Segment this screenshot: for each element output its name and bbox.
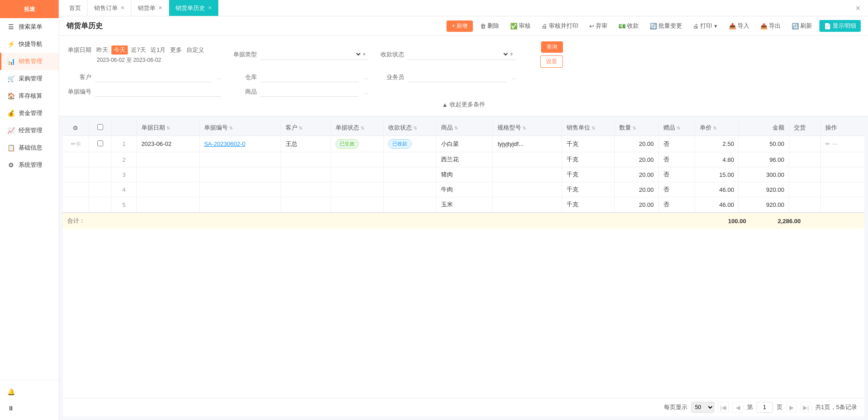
sidebar-item-finance[interactable]: 💰 资金管理 — [0, 105, 59, 122]
row-check-cell — [89, 167, 111, 182]
page-prev-btn[interactable]: ◀ — [733, 402, 743, 413]
row-price-cell: 15.00 — [695, 167, 739, 182]
tab-sales-order-label: 销售订单 — [94, 4, 118, 12]
tab-sales-delivery-close[interactable]: ✕ — [158, 5, 162, 11]
tab-sales-history[interactable]: 销货单历史 ✕ — [169, 0, 219, 16]
pay-status-select[interactable] — [408, 49, 509, 60]
action-edit-icon[interactable]: ✏ — [825, 140, 830, 147]
filter-pay-status-item: 收款状态 ▼ — [379, 49, 516, 60]
col-no-header[interactable]: 单据编号⇅ — [199, 120, 281, 136]
page-next-btn[interactable]: ▶ — [786, 402, 797, 413]
tab-sales-history-close[interactable]: ✕ — [208, 5, 212, 11]
row-checkbox[interactable] — [97, 140, 103, 146]
spec-sort-icon: ⇅ — [522, 125, 526, 130]
sidebar-item-sales-mgmt[interactable]: 📊 销售管理 — [0, 53, 59, 70]
col-price-header[interactable]: 单价⇅ — [695, 120, 739, 136]
col-goods-header[interactable]: 商品⇅ — [437, 120, 493, 136]
abandon-button[interactable]: ↩ 弃审 — [586, 20, 611, 32]
collapse-button[interactable]: ▲ 收起更多条件 — [66, 99, 861, 110]
sidebar-item-base-info[interactable]: 📋 基础信息 — [0, 139, 59, 156]
per-page-select[interactable]: 50 20 100 — [691, 402, 714, 413]
sidebar-pause-btn[interactable]: ⏸ — [0, 400, 59, 416]
date-btn-custom[interactable]: 自定义 — [185, 45, 206, 55]
row-copy-icon[interactable]: ⎘ — [77, 140, 80, 147]
sidebar-item-search-menu[interactable]: ☰ 搜索菜单 — [0, 18, 59, 35]
sidebar-item-operations[interactable]: 📈 经营管理 — [0, 122, 59, 139]
select-all-checkbox[interactable] — [97, 124, 103, 130]
date-sort-icon: ⇅ — [166, 125, 170, 130]
customer-input[interactable] — [95, 72, 211, 82]
sidebar-notify-btn[interactable]: 🔔 — [0, 384, 59, 400]
date-btn-7days[interactable]: 近7天 — [130, 45, 147, 55]
warehouse-dots[interactable]: ... — [364, 75, 368, 80]
row-no-cell[interactable] — [199, 167, 281, 182]
date-btn-yesterday[interactable]: 昨天 — [95, 45, 110, 55]
col-customer-header[interactable]: 客户⇅ — [281, 120, 331, 136]
window-close-btn[interactable]: ✕ — [855, 5, 861, 12]
row-customer-cell — [281, 182, 331, 197]
tab-sales-order[interactable]: 销售订单 ✕ — [88, 0, 131, 16]
page-input[interactable] — [757, 402, 773, 413]
print-button[interactable]: 🖨 打印 ▼ — [689, 20, 722, 32]
unit-sort-icon: ⇅ — [592, 125, 595, 130]
row-settings-cell — [63, 197, 89, 212]
page-first-btn[interactable]: |◀ — [718, 402, 729, 413]
col-qty-header[interactable]: 数量⇅ — [615, 120, 659, 136]
col-status-header[interactable]: 单据状态⇅ — [331, 120, 384, 136]
pagination: 每页显示 50 20 100 |◀ ◀ 第 页 ▶ ▶| 共1页，5条记录 — [63, 398, 864, 416]
row-no-cell[interactable] — [199, 152, 281, 167]
review-print-button[interactable]: 🖨 审核并打印 — [538, 20, 582, 32]
staff-input[interactable] — [408, 72, 506, 82]
date-btn-more[interactable]: 更多 — [169, 45, 183, 55]
docno-filter-label: 单据编号 — [66, 88, 91, 96]
sidebar-item-quick-nav[interactable]: ⚡ 快捷导航 — [0, 35, 59, 53]
warehouse-filter-label: 仓库 — [232, 73, 257, 81]
date-btn-today[interactable]: 今天 — [111, 45, 128, 55]
delete-button[interactable]: 🗑 删除 — [477, 20, 503, 32]
sidebar-item-label: 快捷导航 — [19, 40, 42, 48]
col-spec-header[interactable]: 规格型号⇅ — [493, 120, 562, 136]
sidebar-item-inventory[interactable]: 🏠 库存核算 — [0, 87, 59, 105]
col-unit-header[interactable]: 销售单位⇅ — [562, 120, 615, 136]
tab-sales-order-close[interactable]: ✕ — [120, 5, 125, 11]
sidebar-item-purchase-mgmt[interactable]: 🛒 采购管理 — [0, 70, 59, 87]
tab-sales-delivery[interactable]: 销货单 ✕ — [131, 0, 169, 16]
tab-home[interactable]: 首页 — [63, 0, 88, 16]
sidebar-item-sys-mgmt[interactable]: ⚙ 系统管理 — [0, 156, 59, 174]
show-detail-button[interactable]: 📄 显示明细 — [819, 20, 861, 32]
type-select[interactable] — [261, 49, 362, 60]
refresh-button[interactable]: 🔃 刷新 — [788, 20, 816, 32]
doc-no-link[interactable]: SA-20230602-0 — [204, 140, 246, 147]
row-gift-cell: 否 — [658, 167, 695, 182]
row-no-cell[interactable] — [199, 197, 281, 212]
row-no-cell[interactable] — [199, 182, 281, 197]
export-button[interactable]: 📤 导出 — [757, 20, 784, 32]
import-button[interactable]: 📥 导入 — [725, 20, 753, 32]
staff-dots[interactable]: ... — [512, 75, 516, 80]
settings-button[interactable]: 设置 — [540, 55, 563, 68]
collect-button[interactable]: 💵 收款 — [615, 20, 642, 32]
query-button[interactable]: 查询 — [541, 41, 563, 53]
goods-input[interactable] — [261, 87, 359, 97]
customer-dots[interactable]: ... — [217, 75, 221, 80]
action-more-icon[interactable]: ⋯ — [832, 140, 838, 147]
date-btn-1month[interactable]: 近1月 — [149, 45, 167, 55]
warehouse-input[interactable] — [261, 72, 359, 82]
col-date-header[interactable]: 单据日期⇅ — [136, 120, 199, 136]
batch-change-button[interactable]: 🔄 批量变更 — [646, 20, 686, 32]
col-pay-header[interactable]: 收款状态⇅ — [384, 120, 437, 136]
new-button[interactable]: + 新增 — [447, 20, 473, 32]
row-unit-cell: 千克 — [562, 167, 615, 182]
row-action-cell — [820, 182, 864, 197]
type-filter-label: 单据类型 — [232, 50, 257, 59]
goods-dots[interactable]: ... — [364, 89, 368, 95]
row-edit-icon[interactable]: ✏ — [71, 140, 76, 147]
docno-input[interactable] — [95, 87, 221, 97]
page-content: 销货单历史 + 新增 🗑 删除 ✅ 审核 🖨 审核并打印 ↩ 弃审 — [59, 16, 868, 420]
filter-row-1: 单据日期 昨天 今天 近7天 近1月 更多 自定义 2023-06-02 至 2… — [66, 41, 861, 68]
page-last-btn[interactable]: ▶| — [801, 402, 812, 413]
row-no-cell[interactable]: SA-20230602-0 — [199, 136, 281, 152]
review-button[interactable]: ✅ 审核 — [507, 20, 534, 32]
table-settings-icon[interactable]: ⚙ — [73, 125, 78, 131]
col-gift-header[interactable]: 赠品⇅ — [658, 120, 695, 136]
